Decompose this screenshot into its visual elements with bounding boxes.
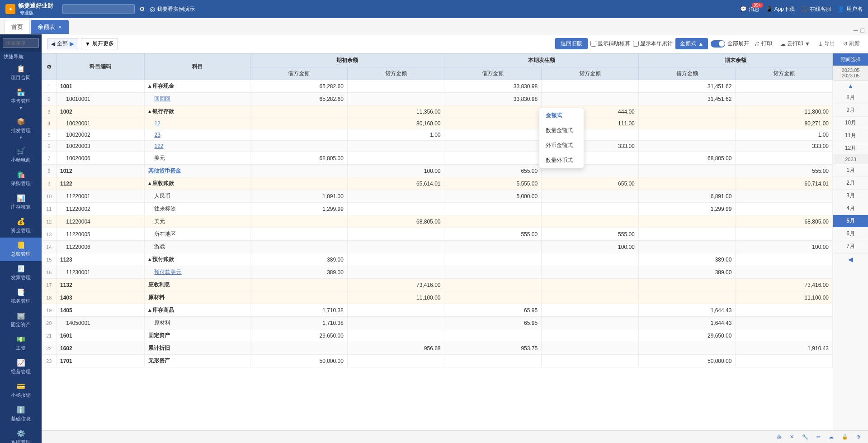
sidebar-item-purchase[interactable]: 🛍️ 采购管理 — [0, 167, 42, 191]
amount-mode-button[interactable]: 金额式 ▲ — [675, 38, 708, 49]
table-code-cell: 1002 — [57, 105, 145, 118]
settings-icon[interactable]: ⚙ — [139, 5, 145, 13]
message-action[interactable]: 💬 消息 99+ — [740, 5, 760, 13]
sidebar-item-ledger[interactable]: 📒 总账管理 — [0, 238, 42, 261]
sidebar-search-input[interactable] — [3, 38, 39, 48]
bottom-edit-btn[interactable]: ✕ — [788, 433, 796, 441]
table-name-cell[interactable]: 往来标签 — [145, 203, 250, 215]
sidebar-item-expense[interactable]: 💳 小畅报销 — [0, 379, 42, 402]
rp-month-8[interactable]: 8月 — [833, 91, 868, 104]
show-auxiliary-checkbox[interactable]: 显示辅助核算 — [590, 40, 630, 48]
sidebar-item-wholesale[interactable]: 📦 批发管理 ▼ — [0, 114, 42, 143]
bottom-pencil-btn[interactable]: ✏ — [814, 433, 823, 441]
table-cell — [736, 152, 833, 165]
tab-home[interactable]: 首页 — [5, 20, 30, 34]
tab-close-icon[interactable]: ✕ — [58, 24, 62, 30]
show-auxiliary-input[interactable] — [590, 41, 596, 47]
dropdown-item-amount[interactable]: 金额式 — [539, 108, 584, 123]
sidebar-item-inventory[interactable]: 📊 库存核算 — [0, 191, 42, 214]
table-name-cell[interactable]: ▴ 预付账款 — [145, 253, 250, 266]
table-cell — [638, 279, 736, 291]
sidebar-item-management[interactable]: 📈 经营管理 — [0, 355, 42, 379]
export-button[interactable]: ⤓ 导出 — [816, 38, 838, 49]
minimize-icon[interactable]: ─ — [854, 27, 858, 34]
dropdown-item-foreign-amount[interactable]: 外币金额式 — [539, 138, 584, 153]
user-action[interactable]: 👤 用户名 — [838, 5, 863, 13]
table-name-cell[interactable]: 固定资产 — [145, 329, 250, 342]
sidebar-item-payroll[interactable]: 💵 工资 — [0, 332, 42, 355]
rp-month-12[interactable]: 12月 — [833, 142, 868, 155]
print-button[interactable]: 🖨 打印 — [752, 38, 775, 49]
sidebar-item-project[interactable]: 📋 项目合同 — [0, 61, 42, 85]
settings-column-header[interactable]: ⚙ — [42, 54, 57, 80]
sidebar-item-finance[interactable]: 💰 资金管理 — [0, 214, 42, 238]
table-name-cell[interactable]: 累计折旧 — [145, 342, 250, 355]
rp-month-3[interactable]: 3月 — [833, 190, 868, 202]
table-name-cell[interactable]: 23 — [145, 129, 250, 141]
top-search-input[interactable] — [62, 4, 135, 14]
expand-more-button[interactable]: ▼ 展开更多 — [81, 38, 118, 49]
bottom-plus-btn[interactable]: ⊕ — [854, 433, 863, 441]
rp-month-5[interactable]: 5月 — [833, 215, 868, 228]
table-name-cell[interactable]: 原材料 — [145, 317, 250, 329]
sidebar-item-invoice[interactable]: 🧾 发票管理 — [0, 261, 42, 285]
rp-collapse-btn[interactable]: ◀ — [833, 253, 868, 265]
sidebar-item-ecommerce[interactable]: 🛒 小畅电商 — [0, 143, 42, 167]
sidebar-item-fixed-assets[interactable]: 🏢 固定资产 — [0, 308, 42, 332]
rp-month-1[interactable]: 1月 — [833, 164, 868, 177]
rp-up-btn[interactable]: ▲ — [833, 81, 868, 91]
table-name-cell[interactable]: ▴ 银行存款 — [145, 105, 250, 118]
table-name-cell[interactable]: 122 — [145, 141, 250, 152]
rp-month-9[interactable]: 9月 — [833, 104, 868, 117]
table-name-cell[interactable]: 所在地区 — [145, 228, 250, 241]
refresh-button[interactable]: ↺ 刷新 — [840, 38, 863, 49]
cloud-print-icon: ☁ — [780, 41, 786, 47]
table-name-cell[interactable]: ▴ 库存商品 — [145, 304, 250, 317]
print-icon: 🖨 — [755, 41, 760, 47]
dropdown-item-qty-amount[interactable]: 数量金额式 — [539, 123, 584, 138]
table-name-cell[interactable]: 游戏 — [145, 241, 250, 253]
table-name-cell[interactable]: ▴ 库存现金 — [145, 80, 250, 93]
toggle-track[interactable] — [711, 40, 725, 48]
bottom-lock-btn[interactable]: 🔒 — [840, 433, 850, 441]
app-download-action[interactable]: 📱 App下载 — [766, 5, 795, 13]
table-name-cell[interactable]: 无形资产 — [145, 355, 250, 367]
table-cell — [444, 203, 542, 215]
sidebar-item-system[interactable]: ⚙️ 系统管理 — [0, 426, 42, 443]
show-year-total-input[interactable] — [633, 41, 639, 47]
rp-month-6[interactable]: 6月 — [833, 228, 868, 240]
sidebar-item-retail[interactable]: 🏪 零售管理 ▼ — [0, 85, 42, 114]
bottom-tool-btn[interactable]: 🔧 — [800, 433, 811, 441]
maximize-icon[interactable]: □ — [861, 27, 864, 34]
online-support-action[interactable]: 🎧 在线客服 — [801, 5, 831, 13]
show-year-total-checkbox[interactable]: 显示本年累计 — [633, 40, 673, 48]
rp-month-4[interactable]: 4月 — [833, 202, 868, 215]
table-cell: 1,644.43 — [638, 317, 736, 329]
table-name-cell[interactable]: 其他货币资金 — [145, 165, 250, 177]
sidebar-item-basic[interactable]: ℹ️ 基础信息 — [0, 402, 42, 426]
expand-all-toggle[interactable]: 全部展开 — [711, 40, 749, 48]
rp-month-2[interactable]: 2月 — [833, 177, 868, 190]
table-name-cell[interactable]: 应收利息 — [145, 279, 250, 291]
table-name-cell[interactable]: 12 — [145, 118, 250, 129]
forward-arrow-icon[interactable]: ▶ — [70, 40, 74, 47]
table-name-cell[interactable]: 原材料 — [145, 291, 250, 304]
table-name-cell[interactable]: ▴ 应收账款 — [145, 177, 250, 190]
rp-month-10[interactable]: 10月 — [833, 117, 868, 129]
rp-month-11[interactable]: 11月 — [833, 129, 868, 142]
cloud-print-button[interactable]: ☁ 云打印 ▼ — [778, 38, 813, 49]
return-version-button[interactable]: 退回旧版 — [555, 38, 588, 49]
table-name-cell[interactable]: 美元 — [145, 215, 250, 228]
table-name-cell[interactable]: 回回回 — [145, 93, 250, 105]
dropdown-item-qty-foreign[interactable]: 数量外币式 — [539, 153, 584, 168]
bottom-cloud-btn[interactable]: ☁ — [826, 433, 836, 441]
table-name-cell[interactable]: 人民币 — [145, 190, 250, 203]
table-name-cell[interactable]: 预付款美元 — [145, 266, 250, 279]
rp-month-7[interactable]: 7月 — [833, 240, 868, 253]
back-arrow-icon[interactable]: ◀ — [51, 41, 55, 47]
table-name-cell[interactable]: 美元 — [145, 152, 250, 165]
tab-balance[interactable]: 余额表 ✕ — [31, 20, 69, 34]
sidebar-item-tax[interactable]: 📑 税务管理 — [0, 285, 42, 308]
demo-link[interactable]: ◎ 我要看实例演示 — [150, 5, 195, 13]
bottom-lang-btn[interactable]: 英 — [774, 433, 784, 441]
